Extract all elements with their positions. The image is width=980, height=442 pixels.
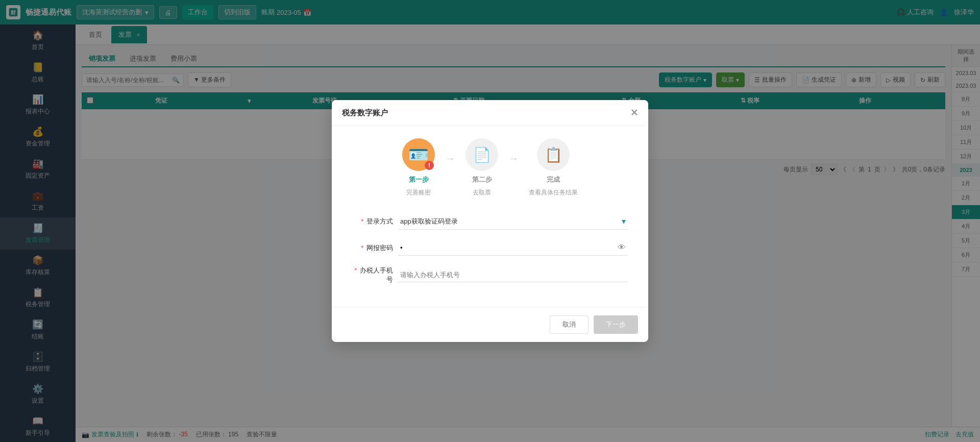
tax-digital-modal: 税务数字账户 ✕ 🪪 ! 第一步 完善账密 → — [332, 100, 648, 342]
step-1-desc: 完善账密 — [406, 188, 431, 197]
phone-label: * 办税人手机号 — [352, 266, 398, 284]
form-row-login-method: * 登录方式 app获取验证码登录 ▾ — [352, 213, 628, 230]
eye-toggle-icon[interactable]: 👁 — [618, 243, 626, 252]
required-star-2: * — [361, 244, 363, 252]
document-icon: 📄 — [473, 146, 491, 163]
step-arrow-1: → — [445, 153, 455, 164]
next-step-button[interactable]: 下一步 — [594, 315, 638, 334]
step-2: 📄 第二步 去取票 — [465, 138, 498, 197]
step-arrow-2: → — [508, 153, 519, 164]
step-1-label: 第一步 — [409, 175, 429, 184]
modal-body: 🪪 ! 第一步 完善账密 → 📄 第二步 去取票 → — [332, 126, 648, 307]
steps-indicator: 🪪 ! 第一步 完善账密 → 📄 第二步 去取票 → — [352, 138, 628, 197]
form-row-phone: * 办税人手机号 — [352, 266, 628, 284]
password-field-wrap: 👁 — [398, 240, 628, 256]
phone-input[interactable] — [398, 268, 628, 282]
login-method-select[interactable]: app获取验证码登录 ▾ — [398, 213, 628, 230]
step-1-badge: ! — [425, 161, 434, 170]
required-star-3: * — [354, 266, 357, 274]
modal-title: 税务数字账户 — [342, 108, 388, 118]
cancel-button[interactable]: 取消 — [550, 315, 589, 334]
step-3-label: 完成 — [547, 175, 560, 184]
password-input[interactable] — [400, 244, 618, 252]
step-2-icon: 📄 — [465, 138, 498, 171]
step-3-icon: 📋 — [537, 138, 570, 171]
step-1-icon: 🪪 ! — [402, 138, 435, 171]
modal-footer: 取消 下一步 — [332, 307, 648, 342]
select-dropdown-icon: ▾ — [622, 216, 626, 226]
modal-overlay[interactable]: 税务数字账户 ✕ 🪪 ! 第一步 完善账密 → — [0, 0, 980, 442]
required-star-1: * — [361, 217, 363, 225]
clipboard-icon: 📋 — [545, 146, 562, 163]
step-2-label: 第二步 — [472, 175, 492, 184]
step-3-desc: 查看具体任务结果 — [529, 188, 578, 197]
login-method-value: app获取验证码登录 — [400, 217, 458, 226]
step-3: 📋 完成 查看具体任务结果 — [529, 138, 578, 197]
modal-header: 税务数字账户 ✕ — [332, 100, 648, 126]
password-label: * 网报密码 — [352, 243, 398, 253]
login-method-label: * 登录方式 — [352, 217, 398, 226]
step-1: 🪪 ! 第一步 完善账密 — [402, 138, 435, 197]
form-row-password: * 网报密码 👁 — [352, 240, 628, 256]
step-2-desc: 去取票 — [473, 188, 491, 197]
modal-close-button[interactable]: ✕ — [630, 107, 638, 118]
